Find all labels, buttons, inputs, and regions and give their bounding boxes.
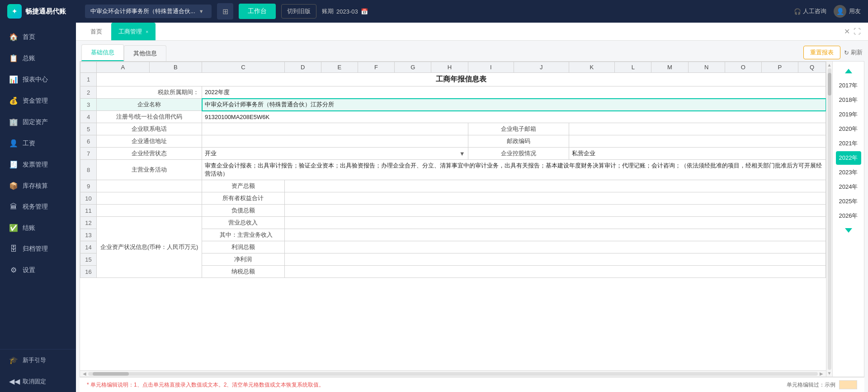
year-2023[interactable]: 2023年 <box>836 166 861 179</box>
sidebar-item-home[interactable]: 🏠 首页 <box>0 26 76 48</box>
postal-value-cell[interactable] <box>569 135 826 148</box>
year-2019[interactable]: 2019年 <box>836 108 861 121</box>
email-value-cell[interactable] <box>569 123 826 135</box>
year-2026[interactable]: 2026年 <box>836 209 861 223</box>
sidebar-item-label: 首页 <box>23 33 35 41</box>
row-num-9: 9 <box>80 180 97 192</box>
sidebar-item-checkout[interactable]: ✅ 结账 <box>0 217 76 239</box>
year-nav-up[interactable] <box>833 65 864 78</box>
sub-tabs: 基础信息 其他信息 <box>81 44 166 61</box>
sidebar-item-unpin[interactable]: ◀◀ 取消固定 <box>0 371 76 392</box>
row-num-1: 1 <box>80 73 97 86</box>
maximize-icon[interactable]: ⛶ <box>854 28 861 36</box>
phone-value-cell[interactable] <box>202 123 468 135</box>
biz-activities-value[interactable]: 审查企业会计报表；出具审计报告；验证企业资本；出具验资报告；办理企业合开、分立、… <box>202 160 826 180</box>
vertical-scrollbar[interactable]: ▲ ▼ <box>826 62 832 377</box>
refresh-button[interactable]: ↻ 刷新 <box>844 48 863 57</box>
reg-label-cell: 注册号/统一社会信用代码 <box>97 111 202 123</box>
main-revenue-value[interactable] <box>284 229 826 241</box>
equity-value[interactable] <box>284 192 826 205</box>
col-o: O <box>725 62 761 73</box>
calendar-icon[interactable]: 📅 <box>361 8 368 15</box>
col-g: G <box>395 62 431 73</box>
sidebar-item-invoice[interactable]: 🧾 发票管理 <box>0 154 76 175</box>
sidebar-item-label: 工资 <box>23 139 35 148</box>
scroll-right-icon[interactable]: ▶ <box>818 371 825 376</box>
address-label-cell: 企业通信地址 <box>97 135 202 148</box>
sidebar-item-tax[interactable]: 🏛 税务管理 <box>0 196 76 217</box>
scroll-down-icon[interactable]: ▼ <box>827 371 832 376</box>
year-2024[interactable]: 2024年 <box>836 180 861 194</box>
asset-group-label: 企业资产状况信息(币种：人民币万元) <box>97 217 202 278</box>
total-revenue-value[interactable] <box>284 217 826 229</box>
switch-old-button[interactable]: 切到旧版 <box>281 4 316 19</box>
company-icon-btn[interactable]: ⊞ <box>217 3 233 19</box>
tab-commerce[interactable]: 工商管理 × <box>111 23 156 40</box>
year-2021[interactable]: 2021年 <box>836 137 861 150</box>
net-profit-value[interactable] <box>284 253 826 266</box>
sidebar-item-finance[interactable]: 💰 资金管理 <box>0 90 76 111</box>
newbie-icon: 🎓 <box>9 356 18 364</box>
company-value-cell[interactable]: 中审众环会计师事务所（特殊普通合伙）江苏分所 <box>202 99 826 111</box>
assets-icon: 🏢 <box>9 118 18 126</box>
biz-status-value[interactable]: 开业 ▼ <box>202 148 468 160</box>
row-num-12: 12 <box>80 217 97 229</box>
sidebar-item-reports[interactable]: 📊 报表中心 <box>0 69 76 90</box>
total-tax-value[interactable] <box>284 266 826 278</box>
tab-home[interactable]: 首页 <box>83 23 109 40</box>
finance-icon: 💰 <box>9 96 18 105</box>
workbench-button[interactable]: 工作台 <box>239 4 276 19</box>
net-profit-label: 净利润 <box>202 253 285 266</box>
invoice-icon: 🧾 <box>9 160 18 169</box>
year-2022[interactable]: 2022年 <box>836 151 861 165</box>
ledger-icon: 📋 <box>9 54 18 62</box>
liability-value[interactable] <box>284 205 826 217</box>
year-nav-down[interactable] <box>833 224 864 236</box>
phone-label-cell: 企业联系电话 <box>97 123 202 135</box>
total-assets-value[interactable] <box>284 180 826 192</box>
tab-other-info[interactable]: 其他信息 <box>124 45 166 61</box>
sidebar-item-settings[interactable]: ⚙ 设置 <box>0 259 76 281</box>
logo-icon: ✦ <box>7 4 22 19</box>
tab-close-icon[interactable]: × <box>146 29 148 34</box>
reset-report-button[interactable]: 重置报表 <box>803 46 840 59</box>
ownership-value[interactable]: 私营企业 <box>569 148 826 160</box>
row-num-14: 14 <box>80 241 97 253</box>
tab-bar: 首页 工商管理 × ✕ ⛶ <box>76 23 868 41</box>
cell-example <box>839 380 857 389</box>
company-selector[interactable]: 中审众环会计师事务所（特殊普通合伙... ▼ <box>85 5 212 18</box>
scroll-left-icon[interactable]: ◀ <box>81 371 88 376</box>
sidebar-item-salary[interactable]: 👤 工资 <box>0 133 76 154</box>
scroll-up-icon[interactable]: ▲ <box>827 62 832 67</box>
inventory-icon: 📦 <box>9 182 18 190</box>
sidebar-item-ledger[interactable]: 📋 总账 <box>0 48 76 69</box>
user-area[interactable]: 👤 用友 <box>834 5 861 18</box>
total-profit-value[interactable] <box>284 241 826 253</box>
sidebar: 🏠 首页 📋 总账 📊 报表中心 💰 资金管理 🏢 固定资产 👤 工资 <box>0 23 76 392</box>
table-row: 4 注册号/统一社会信用代码 91320100MA208E5W6K <box>80 111 826 123</box>
address-value-cell[interactable] <box>202 135 468 148</box>
sidebar-item-inventory[interactable]: 📦 库存核算 <box>0 175 76 196</box>
tab-basic-info[interactable]: 基础信息 <box>81 44 124 61</box>
support-btn[interactable]: 🎧 人工咨询 <box>794 7 826 15</box>
sidebar-item-label: 发票管理 <box>23 161 48 169</box>
sidebar-item-assets[interactable]: 🏢 固定资产 <box>0 111 76 133</box>
year-2018[interactable]: 2018年 <box>836 93 861 107</box>
period-value-cell[interactable]: 2022年度 <box>202 86 826 99</box>
row-num-7: 7 <box>80 148 97 160</box>
sidebar-item-archive[interactable]: 🗄 归档管理 <box>0 239 76 259</box>
table-row: 10 所有者权益合计 <box>80 192 826 205</box>
year-2017[interactable]: 2017年 <box>836 79 861 92</box>
year-2020[interactable]: 2020年 <box>836 122 861 136</box>
year-2025[interactable]: 2025年 <box>836 195 861 208</box>
email-label-cell: 企业电子邮箱 <box>468 123 569 135</box>
total-revenue-label: 营业总收入 <box>202 217 285 229</box>
close-window-icon[interactable]: ✕ <box>844 27 850 36</box>
sidebar-item-label: 税务管理 <box>23 203 48 211</box>
col-a: A <box>97 62 150 73</box>
sidebar-item-newbie[interactable]: 🎓 新手引导 <box>0 349 76 371</box>
sub-tabs-row: 基础信息 其他信息 重置报表 ↻ 刷新 <box>80 44 864 61</box>
horizontal-scrollbar[interactable]: ◀ ▶ <box>80 370 826 377</box>
table-scroll[interactable]: A B C D E F G H I J <box>80 62 826 370</box>
reg-value-cell[interactable]: 91320100MA208E5W6K <box>202 111 826 123</box>
